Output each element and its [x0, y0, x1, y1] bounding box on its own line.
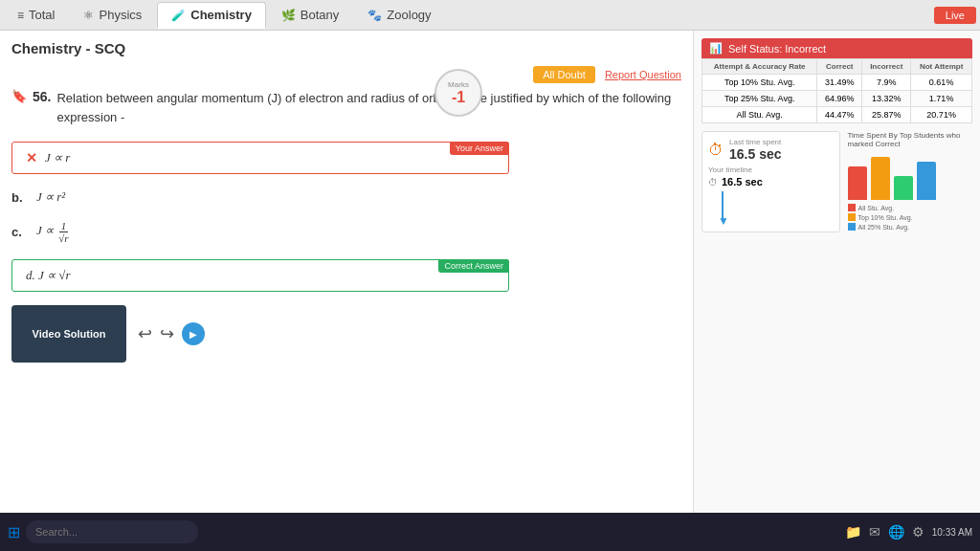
marks-value: -1 [452, 89, 465, 106]
marks-badge: Marks -1 [434, 69, 482, 117]
tab-botany[interactable]: 🌿 Botany [268, 2, 352, 29]
tab-total[interactable]: ≡ Total [4, 2, 68, 29]
option-d-text: d. J ∝ √r [26, 268, 70, 282]
row1-not-attempt: 0.61% [911, 75, 972, 91]
page-title: Chemistry - SCQ [11, 40, 681, 56]
col-header-attempt: Attempt & Accuracy Rate [702, 59, 817, 75]
time-section: ⏱ Last time spent 16.5 sec Your timeline… [702, 131, 972, 232]
row3-label: All Stu. Avg. [702, 107, 817, 123]
row2-label: Top 25% Stu. Avg. [702, 91, 817, 107]
col-header-correct: Correct [817, 59, 862, 75]
clock-icon: ⏱ [708, 142, 724, 159]
taskbar-icons: 📁 ✉ 🌐 ⚙ 10:33 AM [845, 524, 972, 540]
total-icon: ≡ [17, 9, 24, 22]
live-button[interactable]: Live [934, 7, 976, 24]
option-d-box[interactable]: d. J ∝ √r Correct Answer [11, 259, 509, 292]
row1-incorrect: 7.9% [862, 75, 911, 91]
video-thumbnail[interactable]: Video Solution [11, 305, 126, 363]
all-doubt-button[interactable]: All Doubt [533, 66, 595, 83]
col-header-not-attempt: Not Attempt [911, 59, 972, 75]
legend-item-3: All 25% Stu. Avg. [848, 223, 973, 231]
legend-item-1: All Stu. Avg. [848, 204, 973, 211]
row2-correct: 64.96% [817, 91, 862, 107]
taskbar: ⊞ 📁 ✉ 🌐 ⚙ 10:33 AM [0, 513, 980, 551]
wrong-icon: ✕ [26, 150, 37, 165]
bar-3 [894, 176, 913, 200]
tab-chemistry[interactable]: 🧪 Chemistry [157, 2, 266, 29]
question-number: 56. [33, 89, 51, 104]
bar-4 [917, 162, 936, 200]
report-question-button[interactable]: Report Question [605, 69, 681, 80]
tab-bar: ≡ Total ⚛ Physics 🧪 Chemistry 🌿 Botany 🐾… [0, 0, 980, 31]
marks-label: Marks [448, 80, 469, 89]
chart-section: Time Spent By Top Students who marked Co… [848, 131, 973, 232]
physics-icon: ⚛ [83, 9, 94, 22]
option-a[interactable]: ✕ J ∝ r Your Answer [11, 138, 681, 178]
option-b-label: b. [11, 190, 27, 205]
tab-physics[interactable]: ⚛ Physics [70, 2, 155, 29]
windows-icon[interactable]: ⊞ [8, 523, 20, 541]
option-b[interactable]: b. J ∝ r² [11, 186, 681, 209]
bar-1 [848, 166, 867, 200]
right-panel: 📊 Self Status: Incorrect Attempt & Accur… [693, 31, 980, 513]
content-area: Chemistry - SCQ All Doubt Report Questio… [0, 31, 980, 513]
tab-zoology-label: Zoology [387, 8, 431, 22]
option-a-box[interactable]: ✕ J ∝ r Your Answer [11, 142, 509, 174]
row1-label: Top 10% Stu. Avg. [702, 75, 817, 91]
legend-dot-2 [848, 213, 856, 221]
option-c[interactable]: c. J ∝ 1 √r [11, 216, 681, 248]
row3-incorrect: 25.87% [862, 107, 911, 123]
tab-chemistry-label: Chemistry [190, 8, 252, 22]
legend-item-2: Top 10% Stu. Avg. [848, 213, 973, 221]
tab-total-label: Total [29, 8, 55, 22]
time-clock: ⏱ Last time spent 16.5 sec [708, 138, 834, 162]
option-a-text: J ∝ r [45, 150, 70, 165]
video-area: Video Solution ↩ ↪ ▶ [11, 305, 681, 363]
taskbar-search-input[interactable] [26, 520, 198, 543]
taskbar-folder-icon[interactable]: 📁 [845, 524, 861, 540]
table-row: All Stu. Avg. 44.47% 25.87% 20.71% [702, 107, 972, 123]
legend-label-2: Top 10% Stu. Avg. [858, 214, 913, 221]
taskbar-time: 10:33 AM [932, 526, 972, 539]
option-d[interactable]: d. J ∝ √r Correct Answer [11, 255, 681, 296]
your-timeline-label: Your timeline [708, 165, 834, 174]
video-solution-label: Video Solution [33, 328, 106, 340]
time-label: Last time spent [729, 138, 782, 146]
time-value: 16.5 sec [729, 146, 782, 162]
taskbar-app-icon[interactable]: ⚙ [912, 524, 924, 540]
main-content: Chemistry - SCQ All Doubt Report Questio… [0, 31, 693, 513]
col-header-incorrect: Incorrect [862, 59, 911, 75]
option-b-text: J ∝ r² [36, 189, 65, 205]
correct-answer-tag: Correct Answer [438, 259, 509, 273]
legend-label-3: All 25% Stu. Avg. [858, 224, 910, 231]
bookmark-icon: 🔖 [11, 89, 27, 103]
bar-2 [871, 157, 890, 200]
chart-legend: All Stu. Avg. Top 10% Stu. Avg. All 25% … [848, 204, 973, 231]
row3-correct: 44.47% [817, 107, 862, 123]
share-icon[interactable]: ↩ [138, 323, 152, 344]
chart-title: Time Spent By Top Students who marked Co… [848, 131, 973, 148]
row2-not-attempt: 1.71% [911, 91, 972, 107]
tab-botany-label: Botany [301, 8, 339, 22]
video-icons: ↩ ↪ ▶ [138, 322, 205, 345]
zoology-icon: 🐾 [368, 9, 382, 22]
tab-physics-label: Physics [99, 8, 142, 22]
row2-incorrect: 13.32% [862, 91, 911, 107]
table-row: Top 10% Stu. Avg. 31.49% 7.9% 0.61% [702, 75, 972, 91]
self-status-text: Self Status: Incorrect [728, 43, 826, 55]
chart-bars [848, 152, 973, 200]
timeline-value: 16.5 sec [722, 176, 763, 187]
status-table: Attempt & Accuracy Rate Correct Incorrec… [702, 58, 972, 123]
taskbar-chrome-icon[interactable]: 🌐 [888, 524, 904, 540]
options-area: ✕ J ∝ r Your Answer b. J ∝ r² c. J ∝ [11, 138, 681, 296]
play-button[interactable]: ▶ [182, 322, 205, 345]
download-icon[interactable]: ↪ [160, 323, 174, 344]
tab-zoology[interactable]: 🐾 Zoology [354, 2, 444, 29]
your-answer-tag: Your Answer [450, 142, 509, 155]
option-c-label: c. [11, 225, 27, 239]
self-status-bar: 📊 Self Status: Incorrect [702, 38, 972, 58]
chemistry-icon: 🧪 [171, 9, 186, 22]
taskbar-time-value: 10:33 AM [932, 526, 972, 539]
taskbar-mail-icon[interactable]: ✉ [869, 524, 880, 540]
question-row: 🔖 56. Relation between angular momentum … [11, 89, 681, 126]
